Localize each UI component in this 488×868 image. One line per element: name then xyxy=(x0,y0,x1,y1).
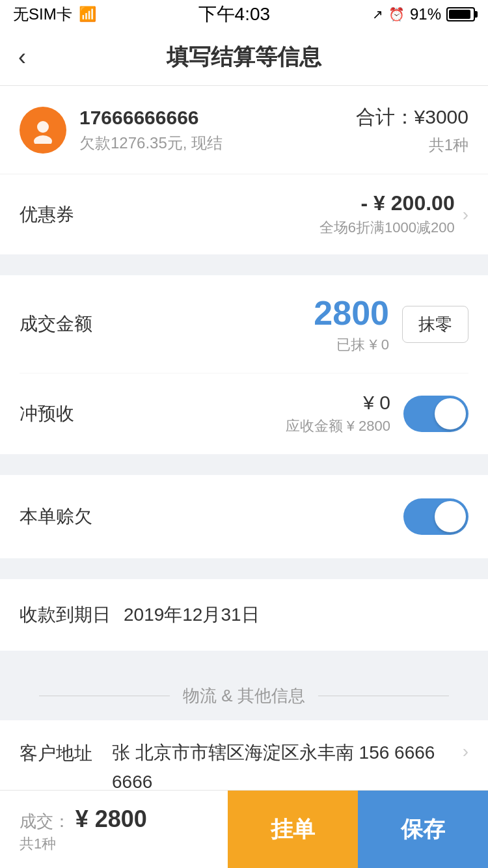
status-bar: 无SIM卡 📶 下午4:03 ↗ ⏰ 91% xyxy=(0,0,488,29)
bottom-deal-label: 成交： ¥ 2800 xyxy=(20,806,208,833)
bottom-amount: ¥ 2800 xyxy=(75,806,147,832)
battery-fill xyxy=(449,10,470,19)
status-left: 无SIM卡 📶 xyxy=(13,4,96,25)
bottom-info: 成交： ¥ 2800 共1种 xyxy=(0,806,228,854)
divider-4 xyxy=(0,651,488,661)
debt-toggle-circle xyxy=(435,501,466,532)
status-right: ↗ ⏰ 91% xyxy=(372,5,475,23)
svg-point-1 xyxy=(34,135,52,144)
prepay-right: ¥ 0 应收金额 ¥ 2800 xyxy=(286,392,468,436)
coupon-discount: - ¥ 200.00 xyxy=(319,191,455,215)
deal-amount-block: 2800 已抹 ¥ 0 xyxy=(314,293,389,355)
debt-row: 本单赊欠 xyxy=(20,475,468,558)
customer-row: 17666666666 欠款1276.35元, 现结 合计：¥3000 共1种 xyxy=(0,86,488,174)
prepay-label: 冲预收 xyxy=(20,401,74,426)
address-value: 张 北京市市辖区海淀区永丰南 156 6666 6666 xyxy=(112,739,463,797)
deal-amount-right: 2800 已抹 ¥ 0 抹零 xyxy=(314,293,468,355)
bottom-buttons: 挂单 保存 xyxy=(228,791,488,868)
coupon-label: 优惠券 xyxy=(20,202,74,227)
coupon-right: - ¥ 200.00 全场6折满1000减200 › xyxy=(319,191,468,237)
prepay-amount-block: ¥ 0 应收金额 ¥ 2800 xyxy=(286,392,390,436)
alarm-icon: ⏰ xyxy=(388,7,405,22)
save-button[interactable]: 保存 xyxy=(358,791,488,868)
debt-label: 本单赊欠 xyxy=(20,504,92,529)
deal-amount-row: 成交金额 2800 已抹 ¥ 0 抹零 xyxy=(20,275,468,373)
prepay-row: 冲预收 ¥ 0 应收金额 ¥ 2800 xyxy=(20,373,468,454)
wifi-icon: 📶 xyxy=(79,6,96,23)
carrier-label: 无SIM卡 xyxy=(13,4,72,25)
divider-2 xyxy=(0,454,488,465)
chevron-right-icon: › xyxy=(463,204,468,225)
location-icon: ↗ xyxy=(372,7,383,22)
duedate-label: 收款到期日 xyxy=(20,603,111,627)
divider-3 xyxy=(0,558,488,569)
deal-section: 成交金额 2800 已抹 ¥ 0 抹零 冲预收 ¥ 0 应收金额 ¥ 2800 xyxy=(0,275,488,454)
duedate-row: 收款到期日 2019年12月31日 xyxy=(20,579,468,651)
coupon-row[interactable]: 优惠券 - ¥ 200.00 全场6折满1000减200 › xyxy=(0,174,488,254)
battery-bar xyxy=(446,7,475,21)
bottom-bar: 成交： ¥ 2800 共1种 挂单 保存 xyxy=(0,790,488,868)
duedate-section: 收款到期日 2019年12月31日 xyxy=(0,579,488,651)
customer-info: 17666666666 欠款1276.35元, 现结 xyxy=(79,107,223,154)
customer-total: 合计：¥3000 共1种 xyxy=(356,104,468,156)
address-label: 客户地址 xyxy=(20,741,92,766)
logistics-divider: 物流 & 其他信息 xyxy=(0,671,488,720)
total-count: 共1种 xyxy=(356,135,468,156)
deal-amount-sub: 已抹 ¥ 0 xyxy=(314,335,389,355)
svg-point-0 xyxy=(37,121,49,133)
nav-bar: ‹ 填写结算等信息 xyxy=(0,29,488,86)
coupon-desc: 全场6折满1000减200 xyxy=(319,218,455,237)
pending-button[interactable]: 挂单 xyxy=(228,791,358,868)
debt-section: 本单赊欠 xyxy=(0,475,488,558)
page-title: 填写结算等信息 xyxy=(167,42,321,72)
deal-amount-label: 成交金额 xyxy=(20,312,92,336)
duedate-value: 2019年12月31日 xyxy=(124,603,260,627)
battery-label: 91% xyxy=(410,5,441,23)
customer-section: 17666666666 欠款1276.35元, 现结 合计：¥3000 共1种 … xyxy=(0,86,488,254)
coupon-value-block: - ¥ 200.00 全场6折满1000减200 xyxy=(319,191,455,237)
toggle-circle xyxy=(435,398,466,429)
logistics-label: 物流 & 其他信息 xyxy=(170,685,318,707)
customer-debt: 欠款1276.35元, 现结 xyxy=(79,133,223,154)
back-button[interactable]: ‹ xyxy=(18,44,26,71)
bottom-count: 共1种 xyxy=(20,834,208,854)
customer-left: 17666666666 欠款1276.35元, 现结 xyxy=(20,107,223,154)
prepay-toggle[interactable] xyxy=(403,396,468,432)
time-label: 下午4:03 xyxy=(198,2,271,27)
debt-toggle[interactable] xyxy=(403,498,468,535)
deal-amount-value: 2800 xyxy=(314,293,389,332)
total-amount: 合计：¥3000 xyxy=(356,104,468,131)
divider-1 xyxy=(0,265,488,275)
address-chevron-icon: › xyxy=(463,741,468,762)
prepay-amount: ¥ 0 xyxy=(286,392,390,414)
round-button[interactable]: 抹零 xyxy=(402,306,468,343)
avatar xyxy=(20,107,66,154)
prepay-sub: 应收金额 ¥ 2800 xyxy=(286,416,390,436)
customer-phone: 17666666666 xyxy=(79,107,223,129)
